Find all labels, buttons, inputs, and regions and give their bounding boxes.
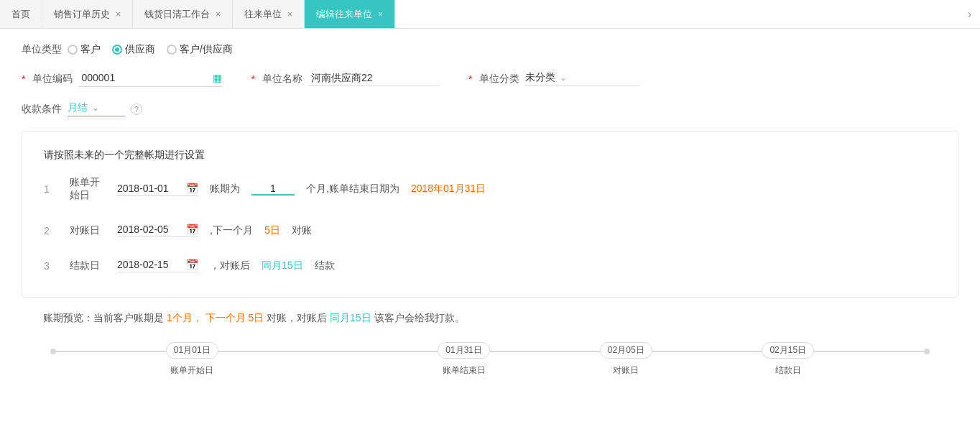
- period-row-1-date-input: 📅: [117, 183, 198, 196]
- tab-edit-partner-close[interactable]: ×: [378, 9, 383, 19]
- period-row-2-next-label: ,下一个月: [210, 224, 253, 237]
- timeline-badge-1: 01月01日: [166, 342, 218, 359]
- start-dot-circle: [50, 349, 56, 354]
- period-row-3-date-field[interactable]: [117, 259, 182, 270]
- tab-more-button[interactable]: ›: [959, 0, 980, 28]
- payment-terms-field: 收款条件 月结 ⌄ ?: [22, 101, 142, 116]
- timeline-start-dot: [50, 342, 56, 354]
- end-dot-circle: [924, 349, 930, 354]
- tab-partner-unit-close[interactable]: ×: [287, 9, 292, 19]
- period-row-1-num: 1: [44, 183, 58, 195]
- period-row-1-date-field[interactable]: [117, 183, 182, 194]
- tab-sales-history-close[interactable]: ×: [116, 9, 121, 19]
- timeline-line-4: [652, 351, 762, 352]
- tab-sales-history[interactable]: 销售订单历史 ×: [42, 0, 133, 28]
- payment-terms-select[interactable]: 月结 ⌄: [68, 101, 125, 116]
- unit-name-input[interactable]: [308, 71, 440, 86]
- timeline-container: 01月01日 账单开始日 01月31日 账单结束日 02月05日 对账日: [22, 342, 958, 377]
- tab-partner-unit-label: 往来单位: [244, 8, 282, 21]
- timeline-line-2: [218, 351, 438, 352]
- unit-type-row: 单位类型 客户 供应商 客户/供应商: [22, 43, 958, 56]
- unit-category-required: *: [468, 73, 472, 85]
- unit-type-field: 单位类型 客户 供应商 客户/供应商: [22, 43, 233, 56]
- period-row-3-calendar-icon[interactable]: 📅: [186, 259, 198, 270]
- unit-category-field: * 单位分类 未分类 ⌄: [468, 71, 640, 86]
- tab-sales-history-label: 销售订单历史: [54, 8, 110, 21]
- period-row-1-period-label: 账期为: [210, 183, 240, 196]
- tab-cash-work-label: 钱货日清工作台: [144, 8, 210, 21]
- timeline-node-1: 01月01日 账单开始日: [166, 342, 218, 377]
- tabs-bar: 首页 销售订单历史 × 钱货日清工作台 × 往来单位 × 编辑往来单位 × ›: [0, 0, 980, 29]
- payment-terms-label: 收款条件: [22, 103, 62, 116]
- radio-customer[interactable]: 客户: [68, 43, 101, 56]
- unit-name-field: * 单位名称: [251, 71, 439, 86]
- period-row-1: 1 账单开始日 📅 账期为 个月,账单结束日期为 2018年01月31日: [44, 176, 936, 202]
- preview-text: 账期预览：当前客户账期是 1个月， 下一个月 5日 对账，对账后 同月15日 该…: [22, 312, 958, 325]
- period-row-1-calendar-icon[interactable]: 📅: [186, 183, 198, 194]
- period-row-3-suffix: 结款: [315, 259, 335, 272]
- timeline-segment-4: [652, 342, 762, 352]
- tab-cash-work[interactable]: 钱货日清工作台 ×: [133, 0, 233, 28]
- radio-customer-supplier-circle: [167, 45, 177, 55]
- radio-customer-supplier-label: 客户/供应商: [180, 43, 233, 56]
- unit-name-required: *: [251, 73, 254, 85]
- timeline: 01月01日 账单开始日 01月31日 账单结束日 02月05日 对账日: [43, 342, 937, 377]
- preview-suffix: 该客户会给我打款。: [374, 312, 465, 323]
- radio-customer-supplier[interactable]: 客户/供应商: [167, 43, 233, 56]
- period-row-1-suffix: 个月,账单结束日期为: [306, 183, 399, 196]
- tab-edit-partner[interactable]: 编辑往来单位 ×: [305, 0, 395, 28]
- timeline-label-3: 对账日: [613, 364, 639, 377]
- period-row-2-label: 对账日: [70, 224, 106, 237]
- period-row-3: 3 结款日 📅 ，对账后 同月15日 结款: [44, 259, 936, 272]
- radio-supplier[interactable]: 供应商: [112, 43, 155, 56]
- unit-code-field: * 单位编码 ▦: [22, 70, 222, 87]
- radio-customer-circle: [68, 45, 78, 55]
- period-row-3-label: 结款日: [70, 259, 106, 272]
- timeline-badge-4: 02月15日: [762, 342, 814, 359]
- tab-home[interactable]: 首页: [0, 0, 42, 28]
- period-row-2: 2 对账日 📅 ,下一个月 5日 对账: [44, 224, 936, 237]
- preview-prefix: 账期预览：当前客户账期是: [43, 312, 164, 323]
- payment-terms-dropdown-icon: ⌄: [92, 103, 99, 113]
- preview-months: 1个月，: [167, 312, 203, 323]
- timeline-badge-3: 02月05日: [600, 342, 652, 359]
- timeline-node-2: 01月31日 账单结束日: [438, 342, 490, 377]
- timeline-badge-2: 01月31日: [438, 342, 490, 359]
- page-content: 单位类型 客户 供应商 客户/供应商 * 单位编码: [0, 29, 980, 437]
- timeline-label-2: 账单结束日: [443, 364, 486, 377]
- timeline-node-4: 02月15日 结款日: [762, 342, 814, 377]
- preview-section: 账期预览：当前客户账期是 1个月， 下一个月 5日 对账，对账后 同月15日 该…: [22, 312, 958, 377]
- unit-code-picker-icon[interactable]: ▦: [213, 72, 222, 83]
- tab-cash-work-close[interactable]: ×: [216, 9, 221, 19]
- period-row-1-end-date: 2018年01月31日: [411, 183, 486, 196]
- period-row-2-date-input: 📅: [117, 224, 198, 237]
- tab-home-label: 首页: [11, 8, 30, 21]
- timeline-segment-5: [814, 342, 924, 352]
- radio-customer-label: 客户: [80, 43, 101, 56]
- unit-type-label: 单位类型: [22, 43, 62, 56]
- period-row-2-calendar-icon[interactable]: 📅: [186, 224, 198, 235]
- period-settings-box: 请按照未来的一个完整帐期进行设置 1 账单开始日 📅 账期为 个月,账单结束日期…: [22, 131, 958, 298]
- unit-category-select[interactable]: 未分类 ⌄: [525, 71, 640, 86]
- unit-category-label: 单位分类: [479, 73, 519, 86]
- period-title: 请按照未来的一个完整帐期进行设置: [44, 149, 936, 162]
- timeline-line-3: [490, 351, 600, 352]
- payment-terms-value: 月结: [68, 101, 88, 114]
- period-row-2-day: 5日: [264, 224, 280, 237]
- timeline-line-1: [56, 351, 166, 352]
- tab-partner-unit[interactable]: 往来单位 ×: [233, 0, 305, 28]
- period-row-2-date-field[interactable]: [117, 224, 182, 235]
- preview-middle: 对账，对账后: [267, 312, 327, 323]
- unit-category-value: 未分类: [525, 71, 555, 84]
- period-months-input[interactable]: [251, 183, 295, 196]
- radio-supplier-label: 供应商: [125, 43, 155, 56]
- timeline-node-3: 02月05日 对账日: [600, 342, 652, 377]
- unit-code-required: *: [22, 73, 25, 85]
- radio-supplier-circle: [112, 45, 122, 55]
- unit-category-dropdown-icon: ⌄: [560, 73, 567, 83]
- help-icon[interactable]: ?: [131, 104, 142, 115]
- unit-code-input[interactable]: [78, 70, 210, 85]
- period-row-3-prefix: ，对账后: [210, 259, 250, 272]
- timeline-label-4: 结款日: [775, 364, 801, 377]
- period-row-1-label: 账单开始日: [70, 176, 106, 202]
